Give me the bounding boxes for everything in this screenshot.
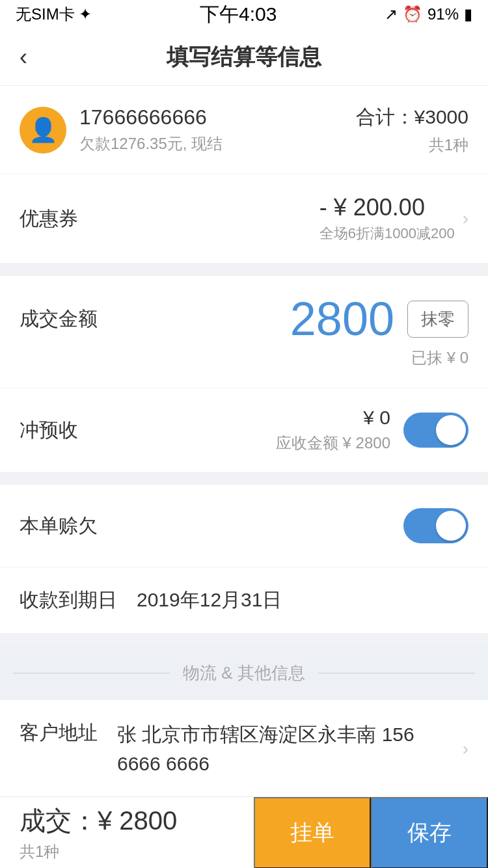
duedate-label: 收款到期日 [20,587,117,614]
hold-button[interactable]: 挂单 [254,797,371,869]
customer-left: 👤 17666666666 欠款1276.35元, 现结 [20,105,223,154]
round-button[interactable]: 抹零 [407,301,468,338]
status-right: ↗ ⏰ 91% ▮ [385,5,472,23]
bottom-bar: 成交：¥ 2800 共1种 挂单 保存 [0,796,488,868]
deal-amount-value: 2800 [290,295,394,342]
page-title: 填写结算等信息 [167,42,321,72]
deal-section: 成交金额 2800 抹零 已抹 ¥ 0 [0,276,488,388]
deposit-row: 冲预收 ¥ 0 应收金额 ¥ 2800 [0,388,488,472]
status-left: 无SIM卡 ✦ [16,4,92,25]
coupon-info: - ¥ 200.00 全场6折满1000减200 [319,194,455,243]
duedate-value: 2019年12月31日 [137,587,282,614]
nav-bar: ‹ 填写结算等信息 [0,29,488,86]
divider-line-right [318,673,475,673]
deal-right: 2800 抹零 [290,295,468,342]
deposit-sub: 应收金额 ¥ 2800 [276,433,390,454]
customer-total: 合计：¥3000 [356,104,468,131]
customer-right: 合计：¥3000 共1种 [356,104,468,156]
divider-label: 物流 & 其他信息 [183,662,305,685]
bottom-count: 共1种 [20,841,234,862]
coupon-amount: - ¥ 200.00 [319,194,455,221]
battery-icon: ▮ [464,5,472,23]
gap-1 [0,263,488,276]
chevron-right-icon: › [463,208,468,229]
bottom-deal: 成交：¥ 2800 [20,803,234,839]
gap-2 [0,472,488,485]
save-button[interactable]: 保存 [371,797,488,869]
credit-label: 本单赊欠 [20,513,98,539]
back-button[interactable]: ‹ [20,44,27,71]
sim-status: 无SIM卡 ✦ [16,4,92,25]
address-chevron-icon: › [463,739,468,759]
logistics-divider: 物流 & 其他信息 [0,646,488,700]
bottom-deal-label: 成交： [20,806,98,835]
customer-sub: 欠款1276.35元, 现结 [79,133,223,154]
bottom-deal-amount: ¥ 2800 [98,806,177,835]
divider-line-left [13,673,170,673]
credit-toggle-knob [436,511,466,541]
deposit-amount: ¥ 0 [276,407,390,429]
gap-3 [0,633,488,646]
deposit-toggle[interactable] [403,413,468,448]
credit-toggle[interactable] [403,508,468,543]
customer-info: 17666666666 欠款1276.35元, 现结 [79,105,223,154]
address-row[interactable]: 客户地址 张 北京市市辖区海淀区永丰南 156 6666 6666 › [0,700,488,798]
avatar: 👤 [20,107,66,154]
toggle-knob [436,415,466,445]
deal-row: 成交金额 2800 抹零 [20,295,468,342]
address-value: 张 北京市市辖区海淀区永丰南 156 6666 6666 [117,720,456,778]
deposit-right: ¥ 0 应收金额 ¥ 2800 [276,407,468,454]
deal-sub: 已抹 ¥ 0 [20,347,468,368]
alarm-icon: ⏰ [403,5,422,23]
status-time: 下午4:03 [200,1,277,28]
coupon-label: 优惠券 [20,206,78,232]
coupon-row[interactable]: 优惠券 - ¥ 200.00 全场6折满1000减200 › [0,174,488,263]
battery-level: 91% [427,5,459,23]
bottom-info: 成交：¥ 2800 共1种 [0,803,254,862]
status-bar: 无SIM卡 ✦ 下午4:03 ↗ ⏰ 91% ▮ [0,0,488,29]
address-label: 客户地址 [20,720,98,746]
customer-phone: 17666666666 [79,105,223,129]
credit-row: 本单赊欠 [0,485,488,567]
customer-section: 👤 17666666666 欠款1276.35元, 现结 合计：¥3000 共1… [0,86,488,263]
customer-count: 共1种 [356,135,468,156]
location-icon: ↗ [385,5,398,23]
deposit-label: 冲预收 [20,417,78,444]
customer-row: 👤 17666666666 欠款1276.35元, 现结 合计：¥3000 共1… [0,86,488,174]
coupon-right: - ¥ 200.00 全场6折满1000减200 › [319,194,468,243]
duedate-row: 收款到期日 2019年12月31日 [0,567,488,633]
deposit-amount-wrap: ¥ 0 应收金额 ¥ 2800 [276,407,390,454]
coupon-desc: 全场6折满1000减200 [319,224,455,243]
deal-label: 成交金额 [20,306,98,332]
